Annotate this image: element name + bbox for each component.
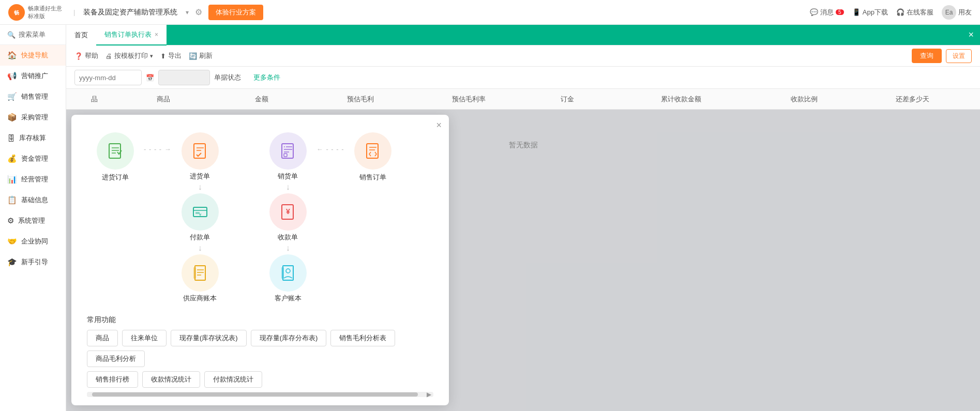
search-menu-label: 搜索菜单 (19, 30, 46, 39)
node-label-purchase-order: 进货订单 (102, 173, 129, 182)
online-service-label: 在线客服 (907, 8, 933, 17)
scrollbar-thumb (92, 392, 418, 397)
message-icon: 💬 (810, 8, 818, 16)
func-btn-partner[interactable]: 往来单位 (122, 330, 167, 346)
sidebar-label-basic: 基础信息 (21, 195, 48, 205)
modal-close-btn[interactable]: × (436, 120, 442, 131)
col-header-gross-rate: 预估毛利率 (410, 95, 528, 104)
export-btn[interactable]: ⬆ 导出 (160, 51, 182, 60)
trial-button[interactable]: 体验行业方案 (208, 5, 263, 20)
tab-sales-order[interactable]: 销售订单执行表 × (96, 25, 167, 45)
user-name: 用友 (958, 8, 972, 17)
online-service-btn[interactable]: 🎧 在线客服 (896, 8, 933, 17)
system-icon: ⚙ (7, 216, 14, 225)
avatar: Ea (942, 5, 956, 20)
func-btn-receipt-stats[interactable]: 收款情况统计 (142, 371, 200, 388)
node-receipt-bill[interactable]: ¥ (269, 193, 307, 231)
sidebar-item-quick-nav[interactable]: 🏠 快捷导航 (0, 45, 66, 66)
modal-scrollbar[interactable]: ▶ (87, 392, 433, 397)
svg-text:￥: ￥ (198, 212, 202, 217)
marketing-icon: 📢 (7, 71, 17, 81)
search-menu-btn[interactable]: 🔍 搜索菜单 (0, 25, 66, 45)
svg-rect-2 (109, 144, 120, 158)
func-btn-payment-stats[interactable]: 付款情况统计 (204, 371, 262, 388)
arrow-sales: ← - - - - (316, 145, 344, 153)
sales-icon: 🛒 (7, 92, 17, 101)
svg-rect-29 (367, 144, 378, 158)
operation-icon: 📊 (7, 175, 17, 184)
sidebar-label-quick-nav: 快捷导航 (21, 51, 48, 60)
node-customer-ledger[interactable] (269, 254, 307, 292)
sidebar-item-system[interactable]: ⚙ 系统管理 (0, 210, 66, 231)
col-header-days: 还差多少天 (853, 95, 972, 104)
scroll-right-btn[interactable]: ▶ (427, 392, 431, 397)
col-header-cumulative: 累计收款金额 (607, 95, 755, 104)
more-conditions-btn[interactable]: 更多条件 (249, 71, 284, 84)
sidebar-label-newbie: 新手引导 (21, 257, 48, 267)
system-title: 装备及固定资产辅助管理系统 (83, 8, 177, 17)
node-label-purchase-bill: 进货单 (190, 172, 210, 181)
tab-home[interactable]: 首页 (66, 25, 96, 45)
func-btn-sales-rank[interactable]: 销售排行榜 (87, 371, 138, 388)
svg-rect-14 (193, 267, 196, 279)
sidebar-label-purchase: 采购管理 (21, 113, 48, 122)
func-btn-goods-profit[interactable]: 商品毛利分析 (87, 351, 145, 367)
query-button[interactable]: 查询 (912, 49, 942, 63)
sidebar-item-inventory[interactable]: 🗄 库存核算 (0, 128, 66, 148)
sidebar-item-purchase[interactable]: 📦 采购管理 (0, 107, 66, 128)
sidebar-item-operation[interactable]: 📊 经营管理 (0, 169, 66, 190)
sidebar-item-enterprise[interactable]: 🤝 企业协同 (0, 231, 66, 252)
node-purchase-order[interactable] (97, 132, 134, 170)
node-sales-order[interactable] (354, 132, 391, 170)
func-btn-stock-dist[interactable]: 现存量(库存分布表) (251, 330, 327, 346)
func-btn-goods[interactable]: 商品 (87, 330, 118, 346)
svg-point-28 (286, 269, 290, 273)
gear-icon[interactable]: ⚙ (195, 7, 202, 17)
refresh-btn[interactable]: 🔄 刷新 (189, 51, 213, 60)
print-btn[interactable]: 🖨 按模板打印 ▾ (105, 51, 153, 60)
status-select[interactable] (158, 70, 210, 85)
node-purchase-bill[interactable] (182, 132, 219, 170)
svg-rect-13 (195, 266, 205, 280)
sidebar-label-enterprise: 企业协同 (21, 237, 48, 246)
refresh-icon: 🔄 (189, 52, 197, 60)
arrow-down-customer: ↓ (286, 244, 290, 252)
node-payment-bill[interactable]: ￥ (182, 193, 219, 231)
help-btn[interactable]: ❓ 帮助 (74, 51, 98, 60)
func-btn-sales-profit[interactable]: 销售毛利分析表 (330, 330, 395, 346)
sidebar-label-finance: 资金管理 (21, 154, 48, 163)
common-functions-grid-2: 销售排行榜 收款情况统计 付款情况统计 (87, 371, 433, 388)
col-header-deposit: 订金 (528, 95, 607, 104)
system-dropdown-icon[interactable]: ▾ (186, 9, 189, 16)
node-label-sales-order: 销售订单 (359, 173, 386, 182)
sidebar-item-sales[interactable]: 🛒 销售管理 (0, 86, 66, 107)
sidebar-label-marketing: 营销推广 (21, 71, 48, 81)
basic-icon: 📋 (7, 195, 17, 205)
col-header-goods: 商品 (114, 95, 213, 104)
node-supplier-ledger[interactable] (182, 254, 219, 292)
sidebar-item-finance[interactable]: 💰 资金管理 (0, 148, 66, 169)
user-area[interactable]: Ea 用友 (942, 5, 972, 20)
date-start-input[interactable] (74, 70, 142, 85)
message-btn[interactable]: 💬 消息 5 (810, 8, 844, 17)
sidebar-item-marketing[interactable]: 📢 营销推广 (0, 66, 66, 86)
sidebar-item-newbie[interactable]: 🎓 新手引导 (0, 252, 66, 272)
col-header-amount: 金额 (213, 95, 311, 104)
calendar-icon: 📅 (146, 74, 154, 82)
window-close-icon[interactable]: × (968, 29, 974, 40)
help-icon: ❓ (74, 52, 83, 60)
svg-text:畅: 畅 (14, 10, 19, 16)
sidebar: 🔍 搜索菜单 🏠 快捷导航 📢 营销推广 🛒 销售管理 📦 采购管理 🗄 (0, 25, 66, 411)
set-button[interactable]: 设置 (946, 49, 972, 63)
print-dropdown-icon[interactable]: ▾ (150, 53, 153, 59)
node-sales-bill[interactable] (269, 132, 307, 170)
app-download-icon: 📱 (852, 8, 861, 16)
sidebar-item-basic[interactable]: 📋 基础信息 (0, 190, 66, 210)
func-btn-stock-status[interactable]: 现存量(库存状况表) (171, 330, 247, 346)
node-label-sales-bill: 销货单 (278, 172, 298, 181)
tab-close-icon[interactable]: × (155, 31, 158, 38)
arrow-down-receipt: ↓ (286, 183, 290, 191)
col-header-ratio: 收款比例 (755, 95, 854, 104)
app-download-btn[interactable]: 📱 App下载 (852, 8, 888, 17)
tab-bar-close[interactable]: × (962, 25, 980, 45)
